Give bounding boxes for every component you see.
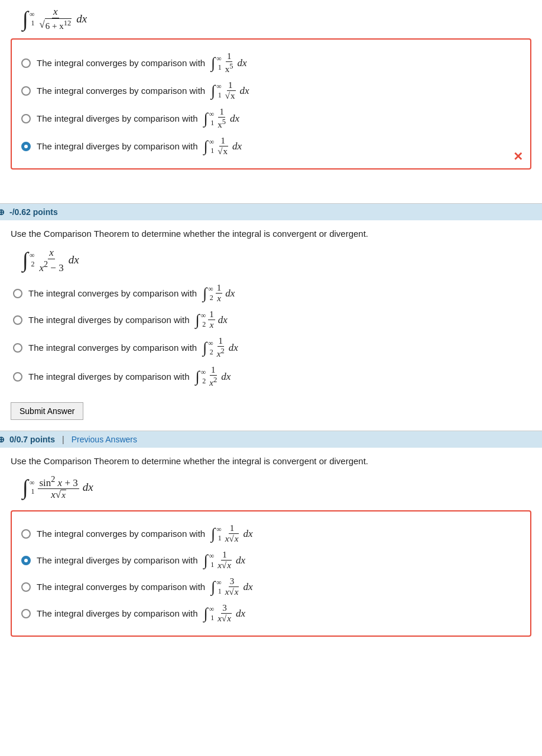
section3-options-box: The integral converges by comparison wit… xyxy=(11,510,531,637)
section2-integral: ∫ ∞ 2 x x2 − 3 dx xyxy=(22,247,531,274)
option-2c-integral: ∫ ∞ 2 1 x2 dx xyxy=(203,336,238,359)
section1-option-b[interactable]: The integral converges by comparison wit… xyxy=(21,80,521,101)
section2-points: -/0.62 points xyxy=(9,207,58,217)
section2-body: Use the Comparison Theorem to determine … xyxy=(0,227,542,431)
section3-question: Use the Comparison Theorem to determine … xyxy=(11,455,531,468)
section3-points: 0/0.7 points xyxy=(9,435,55,444)
submit-answer-button[interactable]: Submit Answer xyxy=(11,402,83,420)
option-1c-text: The integral diverges by comparison with xyxy=(37,113,198,123)
section2-options: The integral converges by comparison wit… xyxy=(11,283,531,388)
option-1b-text: The integral converges by comparison wit… xyxy=(37,86,205,96)
radio-2a[interactable] xyxy=(13,289,22,298)
section2: ⊕ -/0.62 points Use the Comparison Theor… xyxy=(0,204,542,431)
section2-option-b[interactable]: The integral diverges by comparison with… xyxy=(13,309,531,330)
section3-option-c[interactable]: The integral converges by comparison wit… xyxy=(21,576,521,597)
section1-integral: ∫ ∞ 1 x √6 + x12 dx xyxy=(22,6,531,31)
option-2b-integral: ∫ ∞ 2 1 x dx xyxy=(196,309,228,330)
radio-3b[interactable] xyxy=(21,556,31,565)
section2-submit-row: Submit Answer xyxy=(11,396,531,420)
option-3a-text: The integral converges by comparison wit… xyxy=(37,529,205,539)
option-2d-text: The integral diverges by comparison with xyxy=(28,372,190,382)
option-3b-integral: ∫ ∞ 1 1 x√x dx xyxy=(204,550,245,571)
option-2a-integral: ∫ ∞ 2 1 x dx xyxy=(203,283,235,304)
section1-option-a[interactable]: The integral converges by comparison wit… xyxy=(21,51,521,74)
section1-options-box: The integral converges by comparison wit… xyxy=(11,38,531,170)
section2-option-c[interactable]: The integral converges by comparison wit… xyxy=(13,336,531,359)
radio-3a[interactable] xyxy=(21,529,31,539)
option-1c-integral: ∫ ∞ 1 1 x5 dx xyxy=(204,107,239,130)
wrong-mark: ✕ xyxy=(513,149,523,164)
section3-option-a[interactable]: The integral converges by comparison wit… xyxy=(21,523,521,544)
section3-body: Use the Comparison Theorem to determine … xyxy=(0,455,542,653)
option-1d-integral: ∫ ∞ 1 1 √x dx xyxy=(204,136,242,157)
section3: ⊕ 0/0.7 points | Previous Answers Use th… xyxy=(0,431,542,653)
previous-answers-link[interactable]: Previous Answers xyxy=(72,435,137,444)
option-2b-text: The integral diverges by comparison with xyxy=(28,315,190,325)
option-1d-text: The integral diverges by comparison with xyxy=(37,141,198,151)
integral-sym-2: ∫ xyxy=(22,249,28,271)
option-2a-text: The integral converges by comparison wit… xyxy=(28,288,197,298)
pipe-separator: | xyxy=(62,435,64,444)
option-2c-text: The integral converges by comparison wit… xyxy=(28,343,197,353)
section2-header: ⊕ -/0.62 points xyxy=(0,204,542,220)
section2-question: Use the Comparison Theorem to determine … xyxy=(11,227,531,241)
option-3d-text: The integral diverges by comparison with xyxy=(37,608,198,618)
radio-1d[interactable] xyxy=(21,142,31,151)
option-3c-integral: ∫ ∞ 1 3 x√x dx xyxy=(211,576,252,597)
radio-2d[interactable] xyxy=(13,372,22,382)
section3-integral: ∫ ∞ 1 sin2 x + 3 x√x dx xyxy=(22,474,531,501)
radio-3c[interactable] xyxy=(21,582,31,592)
integral-symbol: ∫ xyxy=(22,8,28,30)
section3-header: ⊕ 0/0.7 points | Previous Answers xyxy=(0,431,542,448)
option-3d-integral: ∫ ∞ 1 3 x√x dx xyxy=(204,603,245,624)
section3-option-d[interactable]: The integral diverges by comparison with… xyxy=(21,603,521,624)
option-3c-text: The integral converges by comparison wit… xyxy=(37,582,205,592)
option-1b-integral: ∫ ∞ 1 1 √x dx xyxy=(211,80,249,101)
section2-option-d[interactable]: The integral diverges by comparison with… xyxy=(13,365,531,388)
radio-1b[interactable] xyxy=(21,86,31,96)
option-1a-integral: ∫ ∞ 1 1 x5 dx xyxy=(211,51,246,74)
radio-1a[interactable] xyxy=(21,58,31,68)
section1-option-d[interactable]: The integral diverges by comparison with… xyxy=(21,136,521,157)
radio-3d[interactable] xyxy=(21,609,31,618)
radio-1c[interactable] xyxy=(21,114,31,123)
option-3a-integral: ∫ ∞ 1 1 x√x dx xyxy=(211,523,252,544)
option-2d-integral: ∫ ∞ 2 1 x2 dx xyxy=(196,365,231,388)
section1-option-c[interactable]: The integral diverges by comparison with… xyxy=(21,107,521,130)
section2-option-a[interactable]: The integral converges by comparison wit… xyxy=(13,283,531,304)
integral-sym-3: ∫ xyxy=(22,477,28,498)
plus-icon-3: ⊕ xyxy=(0,435,5,444)
radio-2b[interactable] xyxy=(13,315,22,325)
radio-2c[interactable] xyxy=(13,343,22,353)
plus-icon: ⊕ xyxy=(0,207,5,217)
option-1a-text: The integral converges by comparison wit… xyxy=(37,58,205,68)
spacer1 xyxy=(0,186,542,204)
section1: ∫ ∞ 1 x √6 + x12 dx Th xyxy=(0,0,542,186)
option-3b-text: The integral diverges by comparison with xyxy=(37,555,198,565)
section3-option-b[interactable]: The integral diverges by comparison with… xyxy=(21,550,521,571)
